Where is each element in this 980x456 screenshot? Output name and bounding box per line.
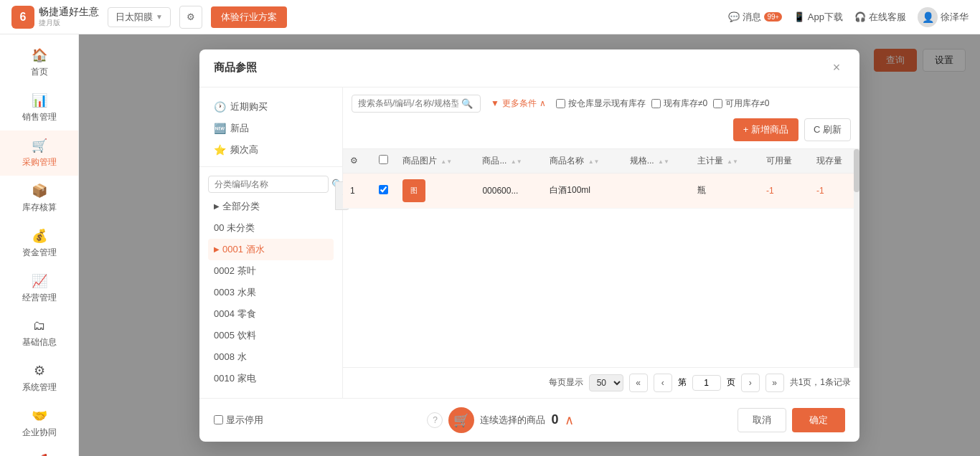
last-page-button[interactable]: » — [765, 374, 784, 392]
show-disabled-checkbox-label[interactable]: 显示停用 — [214, 414, 263, 427]
category-beverage-label: 0005 饮料 — [214, 329, 256, 342]
star-icon: ⭐ — [214, 144, 226, 156]
first-page-button[interactable]: « — [629, 374, 648, 392]
frequent-item[interactable]: ⭐ 频次高 — [208, 139, 334, 161]
checkbox-available-stock[interactable]: 可用库存≠0 — [713, 98, 769, 110]
sidebar-item-operations[interactable]: 📈 经营管理 — [0, 266, 78, 311]
page-number-input[interactable] — [692, 375, 721, 391]
footer-collapse-button[interactable]: ∧ — [565, 412, 574, 428]
per-page-select[interactable]: 50 — [589, 374, 623, 391]
table-row[interactable]: 1 图 — [343, 173, 859, 208]
select-all-checkbox[interactable] — [379, 155, 388, 164]
messages-badge: 99+ — [764, 12, 781, 22]
sidebar-item-home[interactable]: 🏠 首页 — [0, 40, 78, 85]
modal-footer: 显示停用 ? 🛒 连续选择的商品 0 ∧ 取消 确定 — [199, 398, 859, 442]
category-liquor[interactable]: ▶ 0001 酒水 — [208, 239, 334, 260]
logo: 6 畅捷通好生意 捷月版 — [11, 6, 99, 29]
category-fruit[interactable]: 0003 水果 — [208, 282, 334, 303]
col-code-sort: ▲▼ — [511, 158, 522, 165]
col-unit: 主计量 ▲▼ — [690, 149, 759, 174]
sidebar-item-basic[interactable]: 🗂 基础信息 — [0, 311, 78, 356]
category-beverage[interactable]: 0005 饮料 — [208, 325, 334, 346]
category-liquor-arrow: ▶ — [214, 245, 220, 253]
col-checkbox — [372, 149, 395, 174]
col-stock: 现存量 — [809, 149, 859, 174]
sidebar-item-inventory[interactable]: 📦 库存核算 — [0, 176, 78, 221]
modal-close-button[interactable]: × — [828, 60, 845, 77]
confirm-button[interactable]: 确定 — [792, 408, 845, 432]
cart-icon[interactable]: 🛒 — [448, 407, 474, 433]
cancel-button[interactable]: 取消 — [738, 408, 786, 432]
product-table: ⚙ 商品图片 ▲▼ — [343, 149, 859, 209]
sidebar-item-purchase-label: 采购管理 — [22, 156, 57, 168]
modal-title: 商品参照 — [214, 61, 257, 75]
prev-page-button[interactable]: ‹ — [654, 374, 672, 392]
recent-purchase-item[interactable]: 🕐 近期购买 — [208, 96, 334, 118]
available-stock-checkbox[interactable] — [713, 99, 722, 108]
next-page-button[interactable]: › — [741, 374, 760, 392]
col-name-label: 商品名称 — [550, 156, 584, 166]
category-search-input[interactable] — [208, 176, 329, 193]
category-appliance[interactable]: 0010 家电 — [208, 368, 334, 389]
trial-button[interactable]: 体验行业方案 — [211, 6, 287, 28]
collab-icon: 🤝 — [32, 408, 47, 424]
new-product-item[interactable]: 🆕 新品 — [208, 118, 334, 139]
new-product-label: 新品 — [230, 122, 249, 135]
checkbox-current-stock[interactable]: 现有库存≠0 — [651, 98, 707, 110]
product-table-container: ⚙ 商品图片 ▲▼ — [343, 149, 859, 367]
pagination-bar: 每页显示 50 « ‹ 第 页 › » 共1页，1条记录 — [343, 367, 859, 398]
category-tea[interactable]: 0002 茶叶 — [208, 260, 334, 282]
recent-section: 🕐 近期购买 🆕 新品 ⭐ 频次高 — [199, 96, 342, 161]
category-tea-label: 0002 茶叶 — [214, 265, 256, 277]
sidebar-item-system[interactable]: ⚙ 系统管理 — [0, 356, 78, 401]
store-selector[interactable]: 日太阳膜 ▼ — [108, 7, 171, 27]
user-item[interactable]: 👤 徐泽华 — [918, 7, 969, 27]
guide-icon: 🚀 — [32, 453, 47, 456]
category-all-arrow: ▶ — [214, 202, 220, 210]
category-snack[interactable]: 0004 零食 — [208, 303, 334, 325]
username: 徐泽华 — [941, 11, 969, 24]
logo-text: 畅捷通好生意 — [39, 6, 99, 18]
left-divider — [199, 166, 342, 167]
service-item[interactable]: 🎧 在线客服 — [854, 11, 906, 24]
settings-icon[interactable]: ⚙ — [179, 6, 202, 29]
search-magnify-icon[interactable]: 🔍 — [461, 98, 473, 109]
modal-header: 商品参照 × — [199, 49, 859, 87]
category-uncategorized[interactable]: 00 未分类 — [208, 217, 334, 239]
sidebar-item-sales-label: 销售管理 — [22, 111, 57, 123]
store-dropdown-arrow: ▼ — [156, 13, 163, 21]
checkbox-warehouse-stock[interactable]: 按仓库显示现有库存 — [556, 98, 646, 110]
category-all[interactable]: ▶ 全部分类 — [208, 196, 334, 217]
col-name-sort: ▲▼ — [588, 158, 600, 165]
available-stock-label: 可用库存≠0 — [725, 98, 769, 110]
product-search-input[interactable] — [358, 98, 458, 108]
messages-item[interactable]: 💬 消息 99+ — [728, 11, 781, 24]
col-unit-sort: ▲▼ — [727, 158, 738, 165]
app-download-item[interactable]: 📱 App下载 — [793, 11, 843, 24]
sidebar-item-purchase[interactable]: 🛒 采购管理 — [0, 130, 78, 176]
col-settings-icon[interactable]: ⚙ — [350, 156, 358, 166]
frequent-label: 频次高 — [230, 143, 258, 156]
scrollbar-thumb[interactable] — [854, 149, 859, 192]
product-thumbnail: 图 — [402, 179, 425, 202]
sidebar-item-guide[interactable]: 🚀 新手引导 — [0, 446, 78, 456]
sidebar-item-basic-label: 基础信息 — [22, 336, 57, 348]
add-product-button[interactable]: + 新增商品 — [733, 118, 798, 141]
show-disabled-checkbox[interactable] — [214, 415, 223, 424]
row-checkbox[interactable] — [379, 185, 388, 194]
more-filters-button[interactable]: ▼ 更多条件 ∧ — [486, 95, 550, 113]
sidebar-item-collab[interactable]: 🤝 企业协同 — [0, 401, 78, 446]
current-stock-label: 现有库存≠0 — [664, 98, 707, 110]
warehouse-stock-checkbox[interactable] — [556, 99, 565, 108]
refresh-button[interactable]: C 刷新 — [804, 118, 851, 141]
current-stock-checkbox[interactable] — [651, 99, 661, 108]
help-icon[interactable]: ? — [427, 412, 443, 428]
home-icon: 🏠 — [32, 47, 47, 63]
finance-icon: 💰 — [32, 228, 47, 244]
new-icon: 🆕 — [214, 123, 226, 134]
table-header-row: ⚙ 商品图片 ▲▼ — [343, 149, 859, 174]
sidebar-item-sales[interactable]: 📊 销售管理 — [0, 85, 78, 130]
category-water[interactable]: 0008 水 — [208, 346, 334, 368]
sidebar-item-finance[interactable]: 💰 资金管理 — [0, 221, 78, 266]
sidebar: 🏠 首页 📊 销售管理 🛒 采购管理 📦 库存核算 💰 资金管理 📈 经营管理 … — [0, 34, 79, 456]
